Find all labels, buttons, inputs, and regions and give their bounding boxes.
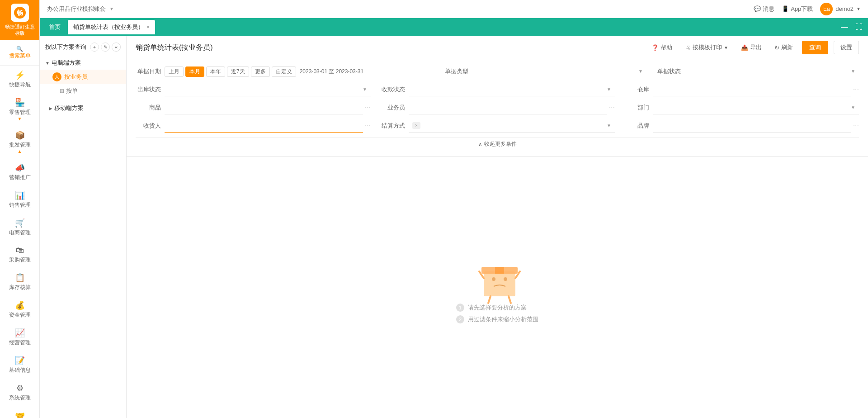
date-btn-lastmonth[interactable]: 上月	[165, 66, 184, 77]
page-header-actions: ❓ 帮助 🖨 按模板打印 ▼ 📤 导出 ↻ 刷新	[648, 41, 859, 54]
warehouse-input[interactable]	[653, 83, 851, 96]
export-btn[interactable]: 📤 导出	[737, 42, 765, 53]
tree-item-salesperson[interactable]: 人 按业务员	[40, 70, 126, 84]
empty-state: 1 请先选择要分析的方案 2 用过滤条件来缩小分析范围	[127, 157, 868, 418]
settlement-select[interactable]: × ▼	[409, 119, 615, 133]
basic-icon: 📝	[15, 356, 25, 366]
warehouse-label: 仓库	[624, 86, 649, 94]
settlement-tag-x[interactable]: ×	[415, 123, 418, 128]
management-icon: 📈	[15, 328, 25, 338]
system-icon: ⚙	[16, 383, 24, 393]
svg-line-7	[488, 296, 491, 303]
sidebar-item-purchase[interactable]: 🛍 采购管理	[0, 241, 39, 268]
sidebar: 畅 畅捷通好生意 标版 🔍 搜索菜单 ⚡ 快捷导航 🏪 零售管理 ▼ 📦 批发管…	[0, 0, 40, 418]
tab-home[interactable]: 首页	[43, 20, 66, 34]
salesperson-more-btn[interactable]: ···	[609, 104, 615, 112]
doctype-dropdown-icon: ▼	[638, 69, 643, 74]
sidebar-item-management[interactable]: 📈 经营管理	[0, 323, 39, 351]
goods-more-btn[interactable]: ···	[365, 104, 371, 112]
date-btn-thisyear[interactable]: 本年	[206, 66, 225, 77]
sidebar-item-finance[interactable]: 💰 资金管理	[0, 296, 39, 323]
refresh-btn[interactable]: ↻ 刷新	[771, 42, 797, 53]
marketing-icon: 📣	[15, 163, 25, 173]
help-btn[interactable]: ❓ 帮助	[648, 42, 676, 53]
outstatus-select[interactable]: ▼	[165, 83, 371, 96]
print-icon: 🖨	[685, 44, 691, 51]
desktop-plan-toggle[interactable]: ▼ 电脑端方案	[40, 56, 126, 70]
tab-bar: 首页 销货单统计表（按业务员） × — ⛶	[40, 18, 868, 36]
date-btn-thismonth[interactable]: 本月	[185, 66, 204, 77]
goods-label: 商品	[136, 104, 161, 112]
tab-close-icon[interactable]: ×	[146, 24, 150, 30]
mobile-plan-toggle[interactable]: ▶ 移动端方案	[40, 101, 126, 115]
sidebar-item-retail[interactable]: 🏪 零售管理 ▼	[0, 93, 39, 126]
settings-btn[interactable]: 设置	[834, 41, 859, 54]
desktop-plan-group: ▼ 电脑端方案 人 按业务员 ⊞ 按单	[40, 54, 126, 100]
left-panel: 按以下方案查询 + ✎ « ▼ 电脑端方案 人 按业务员 ⊞ 按	[40, 36, 127, 418]
print-btn[interactable]: 🖨 按模板打印 ▼	[681, 42, 732, 53]
collectstatus-label: 收款状态	[380, 86, 405, 94]
finance-icon: 💰	[15, 300, 25, 310]
sidebar-item-quicknav[interactable]: ⚡ 快捷导航	[0, 66, 39, 93]
docstatus-select[interactable]: ▼	[684, 65, 859, 78]
warehouse-more-btn[interactable]: ···	[853, 86, 859, 94]
tab-sales-stats[interactable]: 销货单统计表（按业务员） ×	[68, 20, 155, 34]
query-btn[interactable]: 查询	[802, 41, 828, 54]
app-download-btn[interactable]: 📱 App下载	[782, 5, 813, 13]
receiver-more-btn[interactable]: ···	[365, 122, 371, 130]
message-btn[interactable]: 💬 消息	[754, 5, 774, 13]
brand-input[interactable]	[653, 119, 851, 133]
sidebar-item-marketing[interactable]: 📣 营销推广	[0, 158, 39, 186]
brand-more-btn[interactable]: ···	[853, 122, 859, 130]
settlement-dropdown-icon: ▼	[607, 123, 611, 128]
goods-input[interactable]	[165, 101, 363, 114]
sidebar-item-inventory[interactable]: 📋 库存核算	[0, 268, 39, 296]
filter-docstatus: 单据状态 ▼	[656, 65, 859, 78]
sidebar-item-sales[interactable]: 📊 销售管理	[0, 186, 39, 214]
filter-warehouse: 仓库 ···	[624, 83, 859, 96]
receiver-input[interactable]	[165, 119, 363, 133]
svg-point-6	[504, 277, 507, 281]
tab-active-label: 销货单统计表（按业务员）	[73, 23, 144, 31]
receiver-label: 收货人	[136, 122, 161, 130]
date-btn-more[interactable]: 更多	[251, 66, 270, 77]
tab-expand-btn[interactable]: ⛶	[854, 21, 864, 33]
order-plan-label: 按单	[66, 87, 78, 95]
purchase-icon: 🛍	[16, 246, 24, 255]
user-menu[interactable]: Ea demo2 ▼	[820, 3, 861, 15]
tree-item-order[interactable]: ⊞ 按单	[40, 84, 126, 98]
tip2-text: 用过滤条件来缩小分析范围	[468, 315, 538, 323]
tip2-num: 2	[456, 315, 464, 323]
collapse-icon: ∧	[478, 141, 482, 147]
date-btn-custom[interactable]: 自定义	[272, 66, 296, 77]
salesperson-input[interactable]	[409, 101, 607, 114]
filter-row-3: 商品 ··· 业务员 ··· 部门 ▼	[136, 101, 859, 114]
edit-plan-btn[interactable]: ✎	[101, 43, 110, 52]
settlement-tag: ×	[412, 122, 420, 129]
sidebar-item-search[interactable]: 🔍 搜索菜单	[0, 40, 39, 66]
salesperson-plan-label: 按业务员	[64, 73, 88, 81]
tab-minimize-btn[interactable]: —	[839, 21, 850, 33]
mobile-plan-group: ▶ 移动端方案	[40, 100, 126, 117]
doctype-select[interactable]: ▼	[472, 65, 646, 78]
message-icon: 💬	[754, 5, 761, 12]
help-icon: ❓	[651, 44, 659, 51]
add-plan-btn[interactable]: +	[90, 43, 99, 52]
sidebar-item-enterprise[interactable]: 🤝 企业协同	[0, 406, 39, 418]
date-btn-7days[interactable]: 近7天	[227, 66, 249, 77]
outstatus-dropdown-icon: ▼	[363, 87, 367, 92]
workspace-selector[interactable]: 办公用品行业模拟账套 ▼	[47, 5, 114, 13]
tab-home-label: 首页	[49, 23, 61, 31]
collapse-panel-btn[interactable]: «	[112, 43, 121, 52]
sidebar-item-system[interactable]: ⚙ 系统管理	[0, 379, 39, 406]
svg-rect-2	[484, 271, 515, 296]
sidebar-item-ecommerce[interactable]: 🛒 电商管理	[0, 214, 39, 241]
app-logo[interactable]: 畅 畅捷通好生意 标版	[0, 0, 39, 40]
collectstatus-select[interactable]: ▼	[409, 83, 615, 96]
department-select[interactable]: ▼	[653, 101, 859, 114]
sidebar-item-wholesale[interactable]: 📦 批发管理 ▲	[0, 126, 39, 158]
refresh-icon: ↻	[774, 44, 779, 51]
filter-date: 单据日期 上月 本月 本年 近7天 更多 自定义 2023-03-01 至 20…	[136, 66, 434, 77]
sidebar-item-basic[interactable]: 📝 基础信息	[0, 351, 39, 379]
collapse-filters-btn[interactable]: ∧ 收起更多条件	[136, 137, 859, 151]
